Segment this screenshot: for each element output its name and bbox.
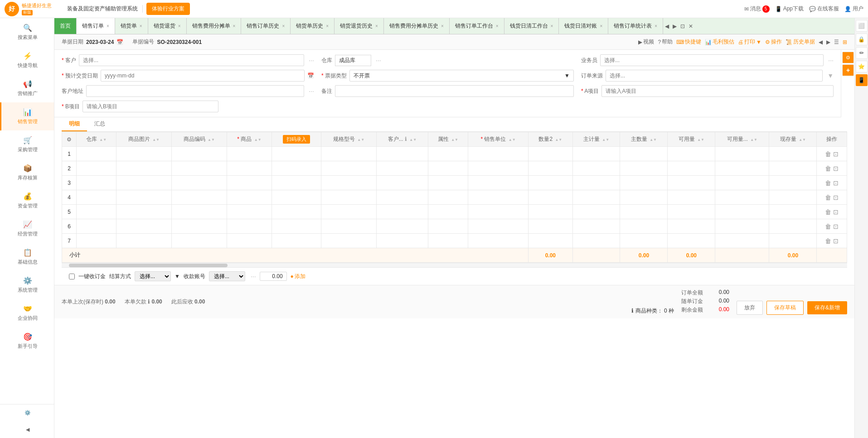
available-sort[interactable]: ▲▼ bbox=[697, 138, 704, 142]
row-attr-6[interactable] bbox=[428, 219, 468, 234]
settings-side-btn[interactable]: ⚙ bbox=[842, 52, 854, 63]
product-types-info[interactable]: ℹ bbox=[631, 308, 634, 314]
row-scan-2[interactable] bbox=[272, 161, 321, 176]
product-sort[interactable]: ▲▼ bbox=[254, 138, 262, 142]
user-btn[interactable]: 👤 用户 bbox=[844, 5, 863, 13]
row-qty2-3[interactable] bbox=[529, 176, 572, 190]
row-warehouse-2[interactable] bbox=[77, 161, 116, 176]
row-available2-3[interactable] bbox=[715, 176, 769, 190]
row-qty2-4[interactable] bbox=[529, 190, 572, 205]
row-current-stock-3[interactable] bbox=[769, 176, 817, 190]
row-image-4[interactable] bbox=[116, 190, 171, 205]
sidebar-settings-btn[interactable]: ⚙️ bbox=[0, 404, 54, 421]
row-image-2[interactable] bbox=[116, 161, 171, 176]
row-available2-4[interactable] bbox=[715, 190, 769, 205]
invoice-type-select[interactable]: 不开票 ▼ bbox=[349, 70, 574, 82]
unit-sort[interactable]: ▲▼ bbox=[509, 138, 516, 142]
current-stock-sort[interactable]: ▲▼ bbox=[799, 138, 806, 142]
order-source-chevron[interactable]: ▼ bbox=[827, 72, 834, 79]
notes-input[interactable] bbox=[335, 85, 574, 97]
row-available-3[interactable] bbox=[668, 176, 715, 190]
row-main-unit-6[interactable] bbox=[572, 219, 620, 234]
shortcut-btn[interactable]: ⌨ 快捷键 bbox=[676, 38, 701, 46]
scrollbar-thumb[interactable] bbox=[69, 264, 228, 267]
main-unit-sort[interactable]: ▲▼ bbox=[602, 138, 609, 142]
right-panel-btn-2[interactable]: 🔒 bbox=[856, 34, 868, 45]
save-new-btn[interactable]: 保存&新增 bbox=[807, 301, 847, 314]
row-main-qty-7[interactable] bbox=[620, 234, 668, 248]
row-product-1[interactable] bbox=[227, 147, 272, 161]
sidebar-item-sales[interactable]: 📊 销售管理 bbox=[0, 102, 54, 130]
th-main-qty[interactable]: 主数量 ▲▼ bbox=[620, 132, 668, 147]
current-order-info[interactable]: ℹ bbox=[148, 298, 150, 305]
history-btn[interactable]: 📜 历史单据 bbox=[786, 38, 815, 46]
sidebar-item-search[interactable]: 🔍 搜索菜单 bbox=[0, 18, 54, 46]
delivery-calendar-icon[interactable]: 📅 bbox=[307, 72, 314, 79]
right-panel-btn-1[interactable]: ⬜ bbox=[856, 20, 868, 32]
tab-sales-order[interactable]: 销售订单 × bbox=[77, 18, 115, 34]
add-payment-btn[interactable]: ● 添加 bbox=[291, 273, 305, 280]
tab-sales-expense[interactable]: 销售费用分摊单 × bbox=[187, 18, 242, 34]
row-delete-btn-4[interactable]: 🗑 bbox=[825, 194, 831, 201]
row-scan-5[interactable] bbox=[272, 205, 321, 219]
print-btn[interactable]: 🖨 打印 ▼ bbox=[738, 38, 761, 46]
row-unit-6[interactable] bbox=[468, 219, 528, 234]
image-sort[interactable]: ▲▼ bbox=[152, 138, 160, 142]
row-product-4[interactable] bbox=[227, 190, 272, 205]
row-main-unit-1[interactable] bbox=[572, 147, 620, 161]
save-draft-btn[interactable]: 保存草稿 bbox=[766, 301, 804, 315]
row-spec-3[interactable] bbox=[321, 176, 377, 190]
th-main-unit[interactable]: 主计量 ▲▼ bbox=[572, 132, 620, 147]
row-current-stock-6[interactable] bbox=[769, 219, 817, 234]
order-source-input[interactable] bbox=[606, 70, 823, 82]
row-customer-code-5[interactable] bbox=[376, 205, 428, 219]
row-spec-4[interactable] bbox=[321, 190, 377, 205]
row-code-4[interactable] bbox=[171, 190, 227, 205]
calendar-icon[interactable]: 📅 bbox=[116, 39, 123, 45]
row-warehouse-3[interactable] bbox=[77, 176, 116, 190]
row-available-4[interactable] bbox=[668, 190, 715, 205]
row-attr-2[interactable] bbox=[428, 161, 468, 176]
row-attr-1[interactable] bbox=[428, 147, 468, 161]
customer-address-input[interactable] bbox=[86, 85, 304, 97]
th-product[interactable]: * 商品 ▲▼ bbox=[227, 132, 272, 147]
row-main-unit-2[interactable] bbox=[572, 161, 620, 176]
row-product-7[interactable] bbox=[227, 234, 272, 248]
row-copy-btn-4[interactable]: ⊡ bbox=[833, 194, 839, 201]
tab-delivery-history[interactable]: 销货单历史 × bbox=[291, 18, 335, 34]
row-spec-6[interactable] bbox=[321, 219, 377, 234]
next-record-btn[interactable]: ▶ bbox=[826, 39, 830, 45]
sidebar-item-collab[interactable]: 🤝 企业协同 bbox=[0, 299, 54, 327]
row-available-6[interactable] bbox=[668, 219, 715, 234]
table-scroll[interactable]: ⚙ 仓库 ▲▼ 商品图片 ▲▼ 商品编码 bbox=[62, 132, 847, 263]
row-unit-7[interactable] bbox=[468, 234, 528, 248]
row-copy-btn-6[interactable]: ⊡ bbox=[833, 223, 839, 230]
account-select[interactable]: 选择... bbox=[209, 271, 245, 281]
list-view-btn[interactable]: ☰ bbox=[834, 39, 839, 45]
row-customer-code-2[interactable] bbox=[376, 161, 428, 176]
row-main-unit-3[interactable] bbox=[572, 176, 620, 190]
row-delete-btn-7[interactable]: 🗑 bbox=[825, 237, 831, 245]
available2-sort[interactable]: ▲▼ bbox=[750, 138, 757, 142]
payment-method-select[interactable]: 选择... bbox=[135, 271, 171, 281]
message-btn[interactable]: ✉ 消息 5 bbox=[744, 5, 770, 13]
online-service-btn[interactable]: 💬 在线客服 bbox=[809, 5, 839, 13]
row-spec-2[interactable] bbox=[321, 161, 377, 176]
row-product-2[interactable] bbox=[227, 161, 272, 176]
row-code-2[interactable] bbox=[171, 161, 227, 176]
th-image[interactable]: 商品图片 ▲▼ bbox=[116, 132, 171, 147]
row-main-qty-5[interactable] bbox=[620, 205, 668, 219]
warehouse-more-btn[interactable]: ··· bbox=[376, 57, 381, 64]
right-panel-btn-4[interactable]: ⭐ bbox=[856, 61, 868, 72]
tab-close-order-workbench[interactable]: × bbox=[496, 24, 499, 29]
sidebar-item-purchase[interactable]: 🛒 采购管理 bbox=[0, 130, 54, 159]
row-unit-4[interactable] bbox=[468, 190, 528, 205]
row-main-qty-6[interactable] bbox=[620, 219, 668, 234]
salesperson-more-btn[interactable]: ··· bbox=[828, 57, 834, 64]
attr-sort[interactable]: ▲▼ bbox=[451, 138, 458, 142]
row-unit-1[interactable] bbox=[468, 147, 528, 161]
row-delete-btn-6[interactable]: 🗑 bbox=[825, 223, 831, 230]
row-qty2-1[interactable] bbox=[529, 147, 572, 161]
row-main-unit-5[interactable] bbox=[572, 205, 620, 219]
th-available[interactable]: 可用量 ▲▼ bbox=[668, 132, 715, 147]
